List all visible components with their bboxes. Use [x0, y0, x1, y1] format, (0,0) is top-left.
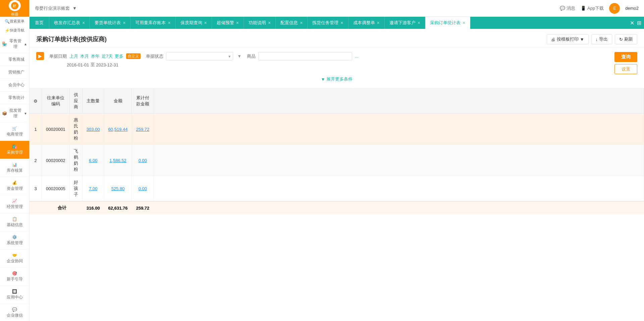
- main-area: 母婴行业演示账套 ▼ 💬 消息 📱 App下载 E demo2 首页 收发存汇总…: [30, 0, 644, 321]
- tab-receive-send-summary[interactable]: 收发存汇总表 ×: [49, 17, 90, 29]
- app-download-button[interactable]: 📱 App下载: [581, 5, 604, 11]
- top-bar: 母婴行业演示账套 ▼ 💬 消息 📱 App下载 E demo2: [30, 0, 644, 17]
- sidebar-retail-stats-label: 零售统计: [8, 95, 24, 101]
- date-shortcut-last-month[interactable]: 上月: [69, 53, 78, 59]
- goods-filter-item: 商品 ...: [247, 52, 359, 60]
- expand-row: ▼ 展开更多条件: [36, 74, 637, 84]
- sidebar-item-newbie-guide[interactable]: 🎯 新手引导: [0, 268, 29, 286]
- cell-code: 00020001: [42, 114, 70, 145]
- close-icon[interactable]: ×: [463, 20, 465, 25]
- sidebar-item-quicknav[interactable]: ⚡ 快捷导航: [0, 26, 29, 35]
- message-icon: 💬: [560, 6, 565, 11]
- settings-button[interactable]: 设置: [614, 64, 637, 74]
- tab-purchase-order-stats[interactable]: 采购订单统计表 ×: [425, 17, 470, 29]
- close-icon[interactable]: ×: [123, 20, 125, 25]
- message-button[interactable]: 💬 消息: [560, 5, 575, 11]
- sidebar-item-retail-mall[interactable]: 零售商城: [0, 53, 29, 66]
- data-table: ⚙ 往来单位编码 供应商 主数量 金额 累计付款金额 1: [30, 89, 644, 214]
- close-icon[interactable]: ×: [418, 20, 420, 25]
- export-button[interactable]: ↓ 导出: [591, 34, 612, 44]
- print-label: 按模板打印: [557, 36, 579, 42]
- footer-row: 合计 316.00 62,631.76 259.72: [30, 201, 644, 214]
- tab-invite-downstream[interactable]: 邀请下游客户 ×: [385, 17, 425, 29]
- sidebar-item-search[interactable]: 🔍 搜索菜单: [0, 17, 29, 26]
- expand-conditions-button[interactable]: ▼ 展开更多条件: [321, 76, 353, 82]
- sidebar-item-ecommerce[interactable]: 🛒 电商管理: [0, 123, 29, 141]
- tab-close-all-button[interactable]: ✕: [630, 20, 634, 26]
- refresh-icon: ↻: [619, 37, 623, 42]
- sidebar-item-basic-info[interactable]: 📋 基础信息: [0, 213, 29, 231]
- date-shortcuts: 上月 本月 本年 近7天 更多: [69, 53, 123, 59]
- date-to: 2023-12-31: [96, 62, 119, 67]
- cell-qty[interactable]: 7.00: [82, 176, 104, 202]
- close-icon[interactable]: ×: [268, 20, 271, 25]
- cell-paid[interactable]: 259.72: [132, 114, 154, 145]
- tab-home-label: 首页: [35, 20, 44, 26]
- sidebar-quicknav-label: 快捷导航: [10, 28, 24, 33]
- tab-function-desc[interactable]: 功能说明 ×: [244, 17, 276, 29]
- tab-warranty-query[interactable]: 保质期查询 ×: [176, 17, 212, 29]
- workspace-selector[interactable]: 母婴行业演示账套 ▼: [35, 5, 77, 11]
- date-separator: 至: [91, 62, 95, 68]
- date-shortcut-7days[interactable]: 近7天: [102, 53, 113, 59]
- content-area: 采购订单统计表(按供应商) 🖨 按模板打印 ▼ ↓ 导出 ↻ 刷新: [30, 29, 644, 321]
- col-settings[interactable]: ⚙: [30, 89, 42, 114]
- cell-amount[interactable]: 525.80: [104, 176, 132, 202]
- sidebar-item-finance[interactable]: 💰 资金管理: [0, 177, 29, 195]
- sidebar-item-marketing[interactable]: 营销推广: [0, 66, 29, 79]
- status-select[interactable]: [166, 52, 233, 60]
- tab-requisition-stats[interactable]: 要货单统计表 ×: [90, 17, 130, 29]
- cell-paid[interactable]: 0.00: [132, 176, 154, 202]
- print-button[interactable]: 🖨 按模板打印 ▼: [547, 34, 589, 44]
- sidebar-item-retail-mgmt[interactable]: 🏪 零售管理 ▲: [0, 35, 29, 53]
- sidebar-item-system-mgmt[interactable]: ⚙️ 系统管理: [0, 231, 29, 250]
- sidebar-item-wholesale-mgmt[interactable]: 📦 批发管理 ▼: [0, 104, 29, 123]
- sidebar-item-inventory[interactable]: 📊 库存核算: [0, 159, 29, 177]
- tab-home[interactable]: 首页: [30, 17, 49, 29]
- cell-qty[interactable]: 303.00: [82, 114, 104, 145]
- tab-overstock-warning[interactable]: 超储预警 ×: [212, 17, 244, 29]
- date-shortcut-this-month[interactable]: 本月: [80, 53, 89, 59]
- tab-cost-adjustment[interactable]: 成本调整单 ×: [348, 17, 385, 29]
- tab-maximize-button[interactable]: ⊞: [637, 20, 641, 26]
- cell-paid[interactable]: 0.00: [132, 145, 154, 176]
- sidebar-retail-label: 零售管理: [8, 38, 22, 50]
- close-icon[interactable]: ×: [82, 20, 85, 25]
- goods-more-link[interactable]: ...: [355, 54, 359, 59]
- close-icon[interactable]: ×: [340, 20, 343, 25]
- user-avatar[interactable]: E: [609, 3, 620, 14]
- close-icon[interactable]: ×: [168, 20, 170, 25]
- close-icon[interactable]: ×: [236, 20, 239, 25]
- filter-toggle-button[interactable]: ▶: [36, 53, 44, 59]
- sidebar-item-member-center[interactable]: 会员中心: [0, 79, 29, 92]
- cell-amount[interactable]: 60,519.44: [104, 114, 132, 145]
- cell-amount[interactable]: 1,586.52: [104, 145, 132, 176]
- tab-available-inventory[interactable]: 可用量库存账本 ×: [130, 17, 175, 29]
- sidebar-item-operations[interactable]: 📈 经营管理: [0, 195, 29, 213]
- system-icon: ⚙️: [12, 235, 17, 239]
- sidebar-item-enterprise-collab[interactable]: 🤝 企业协同: [0, 250, 29, 268]
- cell-extra: [154, 114, 644, 145]
- goods-input[interactable]: [258, 52, 352, 60]
- close-icon[interactable]: ×: [204, 20, 207, 25]
- refresh-button[interactable]: ↻ 刷新: [615, 34, 637, 44]
- query-button[interactable]: 查询: [614, 52, 637, 62]
- tab-pick-task-mgmt[interactable]: 拣货任务管理 ×: [308, 17, 348, 29]
- header-actions: 🖨 按模板打印 ▼ ↓ 导出 ↻ 刷新: [547, 34, 637, 44]
- sidebar-item-app-center[interactable]: 🔲 应用中心: [0, 286, 29, 304]
- date-shortcut-this-year[interactable]: 本年: [91, 53, 100, 59]
- sidebar-item-enterprise-wechat[interactable]: 💬 企业微信: [0, 304, 29, 321]
- tab-purchase-order-label: 采购订单统计表: [430, 20, 461, 26]
- column-settings-icon[interactable]: ⚙: [34, 99, 38, 104]
- user-name[interactable]: demo2: [625, 6, 639, 11]
- col-code: 往来单位编码: [42, 89, 70, 114]
- cell-qty[interactable]: 6.00: [82, 145, 104, 176]
- sidebar-item-retail-stats[interactable]: 零售统计: [0, 92, 29, 104]
- close-icon[interactable]: ×: [377, 20, 380, 25]
- tab-config-info[interactable]: 配置信息 ×: [276, 17, 308, 29]
- date-shortcut-more[interactable]: 更多: [115, 53, 123, 59]
- wholesale-icon: 📦: [2, 111, 7, 116]
- table-container: ⚙ 往来单位编码 供应商 主数量 金额 累计付款金额 1: [30, 89, 644, 234]
- close-icon[interactable]: ×: [300, 20, 303, 25]
- sidebar-item-purchase-mgmt[interactable]: 🛍️ 采购管理: [0, 141, 29, 159]
